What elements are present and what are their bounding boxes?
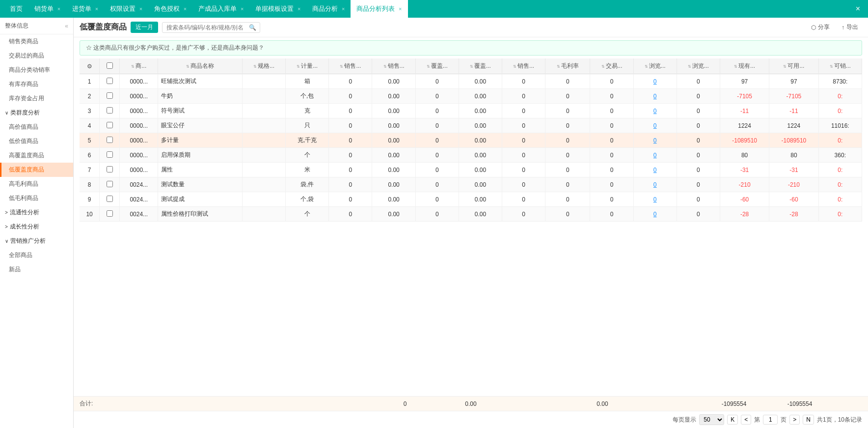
cell-browse1[interactable]: 0 xyxy=(633,133,677,148)
page-last-btn[interactable]: N xyxy=(803,415,814,425)
page-next-btn[interactable]: > xyxy=(789,415,800,425)
sidebar-section-group-analysis[interactable]: ∨ 类群度分析 xyxy=(0,106,73,120)
cell-checkbox[interactable] xyxy=(100,207,120,222)
table-container[interactable]: ⚙ ⇅商... ⇅商品名称 ⇅规格... ⇅计量... ⇅销售... ⇅销售..… xyxy=(74,58,868,396)
window-close-btn[interactable]: × xyxy=(852,4,864,13)
nav-purchase-close[interactable]: × xyxy=(95,6,98,12)
sidebar-item-new-goods[interactable]: 新品 xyxy=(0,262,73,277)
col-profit-rate[interactable]: ⇅毛利率 xyxy=(545,58,590,74)
col-coverage1[interactable]: ⇅覆盖... xyxy=(415,58,459,74)
cell-browse2: 0 xyxy=(677,192,720,207)
nav-template-close[interactable]: × xyxy=(298,6,300,12)
page-prev-btn[interactable]: < xyxy=(741,415,751,425)
col-browse2[interactable]: ⇅浏览... xyxy=(677,58,720,74)
cell-browse1[interactable]: 0 xyxy=(633,104,677,118)
col-sales-data[interactable]: ⇅销售... xyxy=(502,58,545,74)
nav-permission-close[interactable]: × xyxy=(139,6,142,12)
sidebar-item-high-coverage[interactable]: 高覆盖度商品 xyxy=(0,148,73,163)
cell-browse1[interactable]: 0 xyxy=(633,207,677,222)
search-input[interactable] xyxy=(162,22,260,33)
row-checkbox[interactable] xyxy=(107,137,113,143)
col-settings[interactable]: ⚙ xyxy=(80,58,100,74)
sidebar-item-high-profit[interactable]: 高毛利商品 xyxy=(0,177,73,191)
nav-sales[interactable]: 销货单 × xyxy=(28,0,66,18)
cell-available-stock: -31 xyxy=(769,163,818,177)
row-checkbox[interactable] xyxy=(107,107,113,114)
cell-browse1[interactable]: 0 xyxy=(633,89,677,104)
nav-sales-close[interactable]: × xyxy=(57,6,60,12)
col-unit[interactable]: ⇅计量... xyxy=(286,58,329,74)
cell-browse1[interactable]: 0 xyxy=(633,118,677,133)
share-btn[interactable]: ⬡ 分享 xyxy=(807,22,834,33)
cell-checkbox[interactable] xyxy=(100,104,120,118)
sidebar-item-low-profit[interactable]: 低毛利商品 xyxy=(0,191,73,205)
cell-checkbox[interactable] xyxy=(100,118,120,133)
cell-browse1[interactable]: 0 xyxy=(633,163,677,177)
sidebar-collapse-btn[interactable]: « xyxy=(65,23,68,29)
col-trade[interactable]: ⇅交易... xyxy=(590,58,633,74)
col-sales-amount[interactable]: ⇅销售... xyxy=(372,58,415,74)
col-coverage2[interactable]: ⇅覆盖... xyxy=(459,58,502,74)
row-checkbox[interactable] xyxy=(107,78,113,84)
sidebar-item-high-value[interactable]: 高价值商品 xyxy=(0,120,73,134)
cell-browse1[interactable]: 0 xyxy=(633,177,677,192)
cell-browse1[interactable]: 0 xyxy=(633,192,677,207)
nav-analysis-close[interactable]: × xyxy=(342,6,345,12)
nav-role[interactable]: 角色授权 × xyxy=(148,0,192,18)
cell-checkbox[interactable] xyxy=(100,192,120,207)
cell-checkbox[interactable] xyxy=(100,133,120,148)
nav-role-close[interactable]: × xyxy=(184,6,187,12)
nav-template[interactable]: 单据模板设置 × xyxy=(249,0,306,18)
export-btn[interactable]: ↑ 导出 xyxy=(838,22,862,33)
col-browse1[interactable]: ⇅浏览... xyxy=(633,58,677,74)
page-input[interactable] xyxy=(763,415,778,425)
nav-permission[interactable]: 权限设置 × xyxy=(104,0,148,18)
sidebar-item-category-rate[interactable]: 商品分类动销率 xyxy=(0,63,73,77)
nav-home[interactable]: 首页 xyxy=(4,0,28,18)
row-checkbox[interactable] xyxy=(107,210,113,217)
cell-checkbox[interactable] xyxy=(100,89,120,104)
select-all-checkbox[interactable] xyxy=(107,62,113,69)
period-btn[interactable]: 近一月 xyxy=(131,22,158,33)
sidebar-section-circulation[interactable]: > 流通性分析 xyxy=(0,205,73,220)
cell-checkbox[interactable] xyxy=(100,163,120,177)
nav-analysis-list[interactable]: 商品分析列表 × xyxy=(351,0,407,18)
row-checkbox[interactable] xyxy=(107,166,113,172)
cell-checkbox[interactable] xyxy=(100,74,120,89)
col-name[interactable]: ⇅商品名称 xyxy=(158,58,243,74)
sidebar-item-stock-fund[interactable]: 库存资金占用 xyxy=(0,91,73,106)
nav-analysis[interactable]: 商品分析 × xyxy=(306,0,351,18)
page-first-btn[interactable]: K xyxy=(727,415,738,425)
sidebar-item-low-coverage[interactable]: 低覆盖度商品 xyxy=(0,163,73,177)
row-checkbox[interactable] xyxy=(107,92,113,99)
row-checkbox[interactable] xyxy=(107,181,113,187)
row-checkbox[interactable] xyxy=(107,151,113,158)
cell-coverage1: 0 xyxy=(415,118,459,133)
cell-browse1[interactable]: 0 xyxy=(633,148,677,163)
nav-product[interactable]: 产成品入库单 × xyxy=(192,0,249,18)
row-checkbox[interactable] xyxy=(107,196,113,202)
sidebar-item-low-value[interactable]: 低价值商品 xyxy=(0,134,73,148)
nav-purchase[interactable]: 进货单 × xyxy=(66,0,104,18)
col-saleable[interactable]: ⇅可销... xyxy=(818,58,862,74)
col-spec[interactable]: ⇅规格... xyxy=(242,58,285,74)
col-sales-qty[interactable]: ⇅销售... xyxy=(329,58,372,74)
cell-browse1[interactable]: 0 xyxy=(633,74,677,89)
nav-analysis-list-close[interactable]: × xyxy=(399,6,402,12)
col-code[interactable]: ⇅商... xyxy=(120,58,158,74)
col-available-stock[interactable]: ⇅可用... xyxy=(769,58,818,74)
cell-current-stock: -7105 xyxy=(720,89,769,104)
cell-checkbox[interactable] xyxy=(100,148,120,163)
sidebar-item-sales-goods[interactable]: 销售类商品 xyxy=(0,34,73,49)
cell-checkbox[interactable] xyxy=(100,177,120,192)
col-current-stock[interactable]: ⇅现有... xyxy=(720,58,769,74)
sidebar-item-in-stock[interactable]: 有库存商品 xyxy=(0,77,73,91)
sidebar-section-growth[interactable]: > 成长性分析 xyxy=(0,220,73,234)
sidebar-item-all-goods[interactable]: 全部商品 xyxy=(0,248,73,262)
sidebar-item-traded-goods[interactable]: 交易过的商品 xyxy=(0,49,73,63)
sidebar-section-marketing[interactable]: ∨ 营销推广分析 xyxy=(0,234,73,248)
cell-sales-qty: 0 xyxy=(329,118,372,133)
row-checkbox[interactable] xyxy=(107,122,113,128)
page-size-select[interactable]: 50 20 100 xyxy=(699,414,724,425)
nav-product-close[interactable]: × xyxy=(241,6,244,12)
